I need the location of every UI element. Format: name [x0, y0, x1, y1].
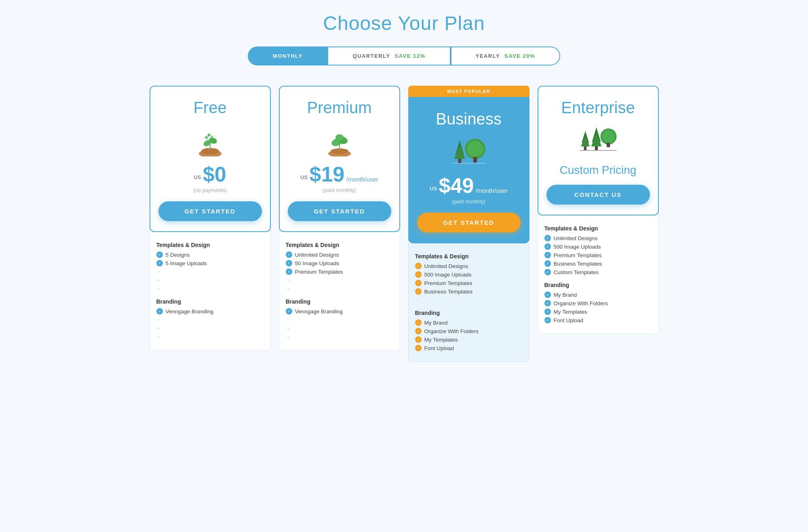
free-cta-button[interactable]: GET STARTED — [158, 201, 262, 221]
svg-rect-23 — [584, 146, 586, 150]
business-templates-title: Templates & Design — [415, 253, 523, 260]
free-branding-title: Branding — [156, 298, 264, 305]
premium-branding-check-1: ✓ — [286, 308, 292, 315]
premium-check-3: ✓ — [286, 268, 292, 275]
business-branding-check-2: ✓ — [415, 328, 422, 334]
business-template-item-1: Unlimited Designs — [424, 263, 468, 269]
free-feature-1: ✓ 5 Designs — [156, 251, 264, 258]
plan-premium: Premium US $19 /month/user (paid monthly… — [279, 86, 400, 350]
free-branding-item-1: Venngage Branding — [166, 308, 214, 315]
premium-card: Premium US $19 /month/user (paid monthly… — [279, 86, 400, 232]
plans-container: Free US $0 (no payments) GE — [121, 86, 687, 362]
enterprise-custom-pricing: Custom Pricing — [546, 164, 650, 177]
free-branding-dash-3: - — [156, 334, 264, 340]
enterprise-check-4: ✓ — [544, 260, 551, 267]
enterprise-branding-2: ✓ Organize With Folders — [544, 300, 652, 306]
enterprise-cta-button[interactable]: CONTACT US — [546, 185, 650, 205]
svg-point-18 — [467, 141, 483, 157]
enterprise-check-2: ✓ — [544, 243, 551, 250]
enterprise-feature-1: ✓ Unlimited Designs — [544, 235, 652, 241]
yearly-save: SAVE 20% — [504, 53, 535, 59]
free-price-block: US $0 — [158, 164, 262, 185]
business-branding-item-3: My Templates — [424, 337, 458, 343]
free-plan-name: Free — [158, 99, 262, 117]
free-price-us: US — [194, 174, 201, 180]
enterprise-branding-item-4: Font Upload — [554, 317, 584, 323]
business-template-item-2: 500 Image Uploads — [424, 272, 472, 278]
enterprise-features: Templates & Design ✓ Unlimited Designs ✓… — [538, 215, 659, 334]
free-check-2: ✓ — [156, 260, 163, 266]
premium-plan-name: Premium — [288, 99, 391, 117]
svg-rect-16 — [458, 159, 461, 163]
enterprise-plan-name: Enterprise — [546, 99, 650, 117]
free-branding-1: ✓ Venngage Branding — [156, 308, 264, 315]
enterprise-feature-3: ✓ Premium Templates — [544, 252, 652, 258]
premium-branding-dash-1: - — [286, 317, 393, 323]
premium-price-block: US $19 /month/user — [288, 164, 391, 185]
free-feature-2: ✓ 5 Image Uploads — [156, 260, 264, 266]
premium-templates-title: Templates & Design — [286, 242, 393, 248]
business-price-block: US $49 /month/user — [417, 175, 521, 196]
business-check-3: ✓ — [415, 280, 422, 286]
premium-check-1: ✓ — [286, 251, 292, 258]
free-template-item-1: 5 Designs — [166, 252, 190, 258]
premium-check-2: ✓ — [286, 260, 292, 266]
enterprise-branding-check-3: ✓ — [544, 308, 551, 315]
plan-business: MOST POPULAR Business US — [408, 86, 530, 362]
enterprise-template-item-5: Custom Templates — [554, 269, 599, 275]
svg-point-6 — [207, 134, 210, 137]
business-plan-name: Business — [417, 110, 521, 128]
plan-free: Free US $0 (no payments) GE — [150, 86, 271, 350]
free-branding: Branding ✓ Venngage Branding - - - — [156, 298, 264, 340]
business-branding-item-2: Organize With Folders — [424, 328, 479, 334]
enterprise-feature-2: ✓ 500 Image Uploads — [544, 243, 652, 250]
enterprise-template-item-4: Business Templates — [554, 261, 602, 267]
business-cta-button[interactable]: GET STARTED — [417, 213, 521, 232]
business-template-item-3: Premium Templates — [424, 280, 473, 286]
enterprise-plan-icon — [578, 124, 618, 156]
free-price-amount: $0 — [203, 163, 226, 186]
quarterly-label: QUARTERLY — [352, 53, 390, 59]
page-title: Choose Your Plan — [8, 12, 800, 34]
business-branding-4: ✓ Font Upload — [415, 345, 523, 351]
free-dash-3: - — [156, 285, 264, 292]
enterprise-feature-4: ✓ Business Templates — [544, 260, 652, 267]
free-check-1: ✓ — [156, 251, 163, 258]
business-feature-3: ✓ Premium Templates — [415, 280, 523, 286]
enterprise-check-3: ✓ — [544, 252, 551, 258]
enterprise-templates-title: Templates & Design — [544, 225, 652, 232]
business-branding-title: Branding — [415, 310, 523, 316]
business-branding-check-3: ✓ — [415, 336, 422, 343]
premium-branding-1: ✓ Venngage Branding — [286, 308, 393, 315]
business-branding-item-1: My Brand — [424, 320, 448, 326]
premium-feature-2: ✓ 50 Image Uploads — [286, 260, 393, 266]
enterprise-branding-check-2: ✓ — [544, 300, 551, 306]
premium-cta-button[interactable]: GET STARTED — [288, 201, 391, 221]
enterprise-template-item-2: 500 Image Uploads — [554, 244, 601, 250]
quarterly-tab[interactable]: QUARTERLY SAVE 12% — [327, 46, 450, 65]
enterprise-branding: Branding ✓ My Brand ✓ Organize With Fold… — [544, 282, 652, 323]
svg-rect-29 — [606, 143, 610, 147]
enterprise-branding-1: ✓ My Brand — [544, 291, 652, 298]
business-branding-check-4: ✓ — [415, 345, 422, 351]
yearly-tab[interactable]: YEARLY SAVE 20% — [451, 46, 561, 65]
business-dash-1: - — [415, 297, 523, 303]
premium-branding-dash-2: - — [286, 325, 393, 331]
premium-price-amount: $19 — [310, 163, 345, 186]
monthly-tab[interactable]: MONTHLY — [248, 46, 328, 65]
premium-dash-2: - — [286, 285, 393, 292]
business-branding-item-4: Font Upload — [424, 345, 454, 351]
enterprise-check-5: ✓ — [544, 269, 551, 275]
business-template-item-4: Business Templates — [424, 289, 473, 295]
business-feature-2: ✓ 500 Image Uploads — [415, 271, 523, 278]
billing-toggle: MONTHLY QUARTERLY SAVE 12% YEARLY SAVE 2… — [8, 46, 800, 65]
svg-point-28 — [602, 130, 615, 143]
business-branding-check-1: ✓ — [415, 319, 422, 326]
business-branding-2: ✓ Organize With Folders — [415, 328, 523, 334]
business-price-period: /month/user — [476, 187, 508, 194]
business-feature-4: ✓ Business Templates — [415, 288, 523, 295]
premium-price-us: US — [300, 174, 308, 180]
premium-price-period: /month/user — [346, 176, 378, 183]
enterprise-template-item-3: Premium Templates — [554, 252, 602, 258]
free-dash-2: - — [156, 277, 264, 283]
